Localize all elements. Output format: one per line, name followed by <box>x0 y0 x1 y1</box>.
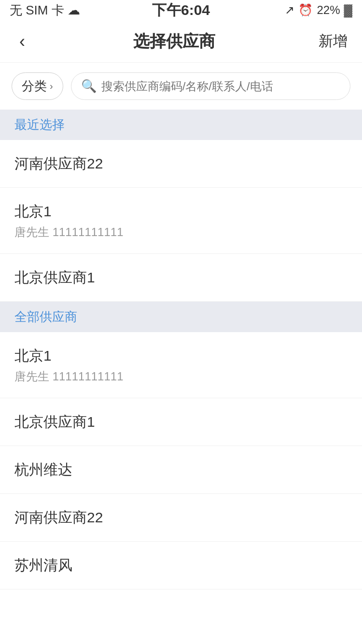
supplier-name: 北京供应商1 <box>14 267 348 288</box>
search-box[interactable]: 🔍 <box>71 72 350 100</box>
battery-icon: ▓ <box>344 3 353 17</box>
location-icon: ↗ <box>285 3 294 17</box>
chevron-right-icon: › <box>50 81 53 92</box>
list-item[interactable]: 北京供应商1 <box>0 398 362 446</box>
status-bar: 无 SIM 卡 ☁ 下午6:04 ↗ ⏰ 22% ▓ <box>0 0 362 20</box>
page-title: 选择供应商 <box>133 30 215 53</box>
list-item[interactable]: 河南供应商22 <box>0 494 362 542</box>
supplier-contact: 唐先生 11111111111 <box>14 224 348 240</box>
back-button[interactable]: ‹ <box>14 27 30 56</box>
section-header-all: 全部供应商 <box>0 302 362 332</box>
sim-status: 无 SIM 卡 ☁ <box>10 2 80 19</box>
supplier-list: 最近选择河南供应商22北京1唐先生 11111111111北京供应商1全部供应商… <box>0 110 362 589</box>
list-item[interactable]: 北京1唐先生 11111111111 <box>0 332 362 398</box>
search-icon: 🔍 <box>81 79 97 94</box>
list-item[interactable]: 北京供应商1 <box>0 254 362 302</box>
category-label: 分类 <box>22 78 47 95</box>
list-item[interactable]: 杭州维达 <box>0 446 362 494</box>
category-button[interactable]: 分类 › <box>12 72 63 100</box>
battery-level: 22% <box>317 3 340 17</box>
section-header-recent: 最近选择 <box>0 110 362 140</box>
supplier-name: 北京1 <box>14 201 348 222</box>
alarm-icon: ⏰ <box>298 3 313 17</box>
search-area: 分类 › 🔍 <box>0 63 362 110</box>
search-input[interactable] <box>101 80 340 93</box>
status-right: ↗ ⏰ 22% ▓ <box>285 3 352 17</box>
supplier-name: 河南供应商22 <box>14 507 348 528</box>
supplier-contact: 唐先生 11111111111 <box>14 369 348 384</box>
nav-bar: ‹ 选择供应商 新增 <box>0 20 362 63</box>
list-item[interactable]: 苏州清风 <box>0 542 362 589</box>
add-button[interactable]: 新增 <box>319 31 348 51</box>
supplier-name: 北京1 <box>14 346 348 366</box>
status-time: 下午6:04 <box>152 0 210 20</box>
supplier-name: 河南供应商22 <box>14 154 348 174</box>
list-item[interactable]: 北京1唐先生 11111111111 <box>0 188 362 254</box>
supplier-name: 北京供应商1 <box>14 412 348 432</box>
supplier-name: 杭州维达 <box>14 460 348 480</box>
list-item[interactable]: 河南供应商22 <box>0 140 362 188</box>
status-left: 无 SIM 卡 ☁ <box>10 2 80 19</box>
supplier-name: 苏州清风 <box>14 555 348 575</box>
